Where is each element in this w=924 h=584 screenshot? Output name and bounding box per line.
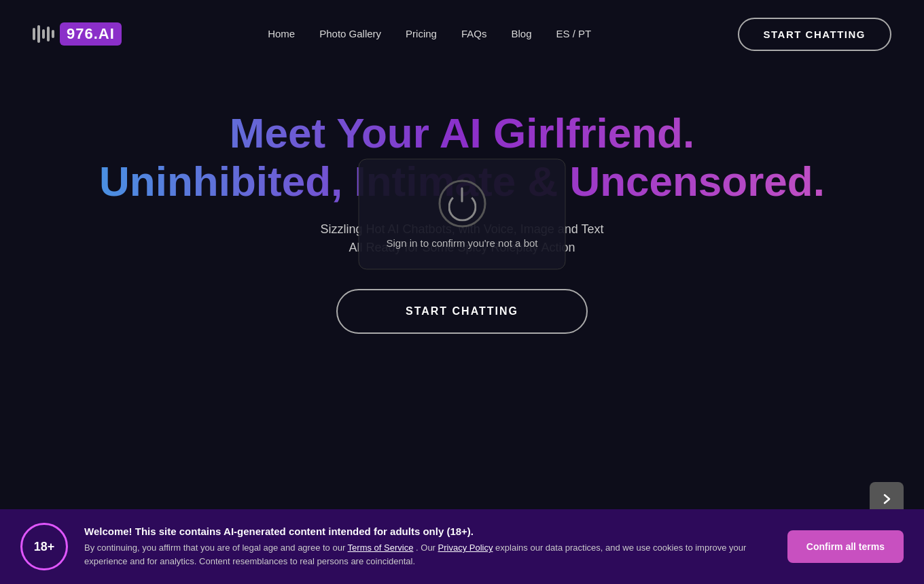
confirm-terms-button[interactable]: Confirm all terms: [787, 530, 904, 563]
age-badge: 18+: [20, 523, 68, 570]
privacy-policy-link[interactable]: Privacy Policy: [438, 543, 493, 553]
consent-body: By continuing, you affirm that you are o…: [84, 541, 771, 568]
hero-start-chatting-button[interactable]: START CHATTING: [336, 289, 588, 334]
nav-links: Home Photo Gallery Pricing FAQs Blog ES …: [268, 28, 591, 40]
bar2: [37, 25, 40, 43]
nav-link-pricing[interactable]: Pricing: [406, 28, 437, 39]
hero-title-line1: Meet Your AI Girlfriend.: [230, 109, 694, 156]
consent-banner: 18+ Welcome! This site contains AI-gener…: [0, 509, 924, 584]
bar1: [33, 28, 35, 40]
captcha-overlay: Sign in to confirm you're not a bot: [359, 159, 566, 270]
logo-bars-icon: [33, 25, 54, 43]
nav-item-faqs[interactable]: FAQs: [461, 28, 487, 40]
logo-text: 976.AI: [67, 25, 115, 42]
navbar: 976.AI Home Photo Gallery Pricing FAQs B…: [0, 0, 924, 68]
hero-section: Meet Your AI Girlfriend. Uninhibited, In…: [0, 68, 924, 361]
nav-item-photo-gallery[interactable]: Photo Gallery: [319, 28, 381, 40]
bar4: [47, 27, 50, 41]
nav-link-blog[interactable]: Blog: [511, 28, 531, 39]
bar5: [52, 30, 54, 38]
nav-link-photo-gallery[interactable]: Photo Gallery: [319, 28, 381, 39]
consent-title: Welcome! This site contains AI-generated…: [84, 526, 771, 537]
nav-link-home[interactable]: Home: [268, 28, 295, 39]
logo-text-box: 976.AI: [60, 22, 122, 46]
consent-body-prefix: By continuing, you affirm that you are o…: [84, 543, 348, 553]
nav-item-blog[interactable]: Blog: [511, 28, 531, 40]
captcha-power-icon: [438, 180, 486, 228]
chevron-right-icon: [880, 492, 893, 506]
nav-item-es-pt[interactable]: ES / PT: [556, 28, 592, 40]
nav-item-pricing[interactable]: Pricing: [406, 28, 437, 40]
consent-body-mid: . Our: [416, 543, 438, 553]
captcha-text: Sign in to confirm you're not a bot: [387, 237, 538, 249]
logo[interactable]: 976.AI: [33, 22, 122, 46]
consent-content: Welcome! This site contains AI-generated…: [84, 526, 771, 568]
bar3: [42, 29, 45, 39]
nav-start-chatting-button[interactable]: START CHATTING: [738, 18, 891, 51]
nav-link-es-pt[interactable]: ES / PT: [556, 28, 592, 39]
nav-link-faqs[interactable]: FAQs: [461, 28, 487, 39]
nav-item-home[interactable]: Home: [268, 28, 295, 40]
terms-of-service-link[interactable]: Terms of Service: [348, 543, 414, 553]
